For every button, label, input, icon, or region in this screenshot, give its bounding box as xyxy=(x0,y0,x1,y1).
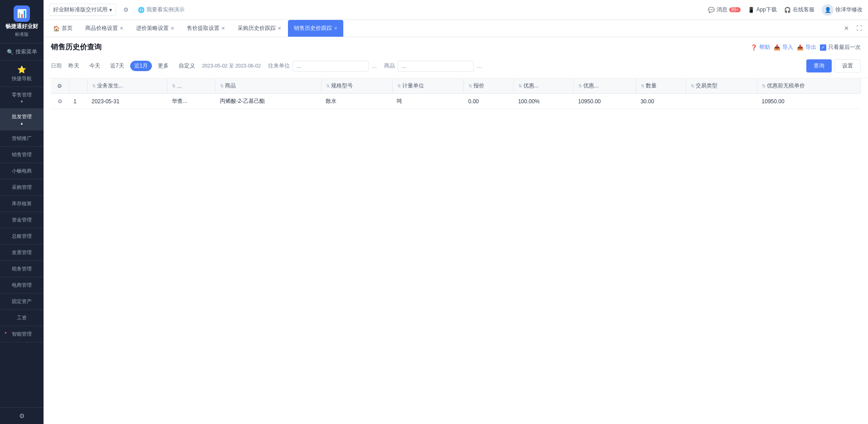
col-qty[interactable]: ⇅ 数量 xyxy=(636,78,686,94)
topbar-settings-btn[interactable]: ⚙ xyxy=(120,4,132,16)
col-discount2[interactable]: ⇅ 优惠... xyxy=(574,78,636,94)
product-filter-group: 商品 … xyxy=(384,61,482,72)
sidebar-search[interactable]: 🔍 搜索菜单 xyxy=(0,43,44,61)
last-only-label: 只看最后一次 xyxy=(828,43,861,51)
tab-extract[interactable]: 售价提取设置 ✕ xyxy=(181,20,231,37)
col-tax-price-label: 优惠前无税单价 xyxy=(767,82,805,90)
sales-label: 销售管理 xyxy=(12,151,32,158)
logo-text: 畅捷通好业财 xyxy=(5,23,38,30)
col-unit[interactable]: ⇅ 计量单位 xyxy=(392,78,463,94)
sort-unit-icon: ⇅ xyxy=(397,83,401,88)
tab-strategy-label: 进价策略设置 xyxy=(136,24,169,32)
settings-btn[interactable]: 设置 xyxy=(834,59,861,72)
sidebar-item-fixed-assets[interactable]: 固定资产 xyxy=(0,294,44,310)
help-label: 帮助 xyxy=(759,43,770,51)
col-gear[interactable]: ⚙ xyxy=(51,78,69,94)
tab-price-close[interactable]: ✕ xyxy=(120,26,123,31)
sidebar-item-marketing[interactable]: 营销推广 xyxy=(0,130,44,147)
tab-expand-btn[interactable]: ⛶ xyxy=(853,23,864,34)
tab-purchase-history[interactable]: 采购历史价跟踪 ✕ xyxy=(232,20,287,37)
online-service-btn[interactable]: 🎧 在线客服 xyxy=(784,6,814,14)
date-7days[interactable]: 近7天 xyxy=(106,61,128,71)
sidebar-item-inventory[interactable]: 库存核算 xyxy=(0,196,44,212)
import-icon: 📥 xyxy=(774,44,780,51)
tab-sales-history[interactable]: 销售历史价跟踪 ✕ xyxy=(288,20,343,37)
wholesale-label: 批发管理 xyxy=(12,113,32,120)
tab-strategy[interactable]: 进价策略设置 ✕ xyxy=(130,20,180,37)
sidebar-item-sales[interactable]: 销售管理 xyxy=(0,147,44,163)
col-extra[interactable]: ⇅ ... xyxy=(167,78,215,94)
row-qty: 30.00 xyxy=(636,94,686,109)
sidebar-item-accounting[interactable]: 总账管理 xyxy=(0,228,44,245)
product-more-btn[interactable]: … xyxy=(477,63,482,69)
fixed-assets-label: 固定资产 xyxy=(12,298,32,305)
import-btn[interactable]: 📥 导入 xyxy=(774,43,793,51)
sidebar: 📊 畅捷通好业财 标准版 🔍 搜索菜单 ⭐ 快捷导航 零售管理 ▼ 批发管理 ▲… xyxy=(0,0,44,424)
last-only-checkbox[interactable]: ✓ 只看最后一次 xyxy=(820,43,861,51)
tab-price[interactable]: 商品价格设置 ✕ xyxy=(79,20,129,37)
row-gear-icon: ⚙ xyxy=(58,98,63,105)
date-yesterday[interactable]: 昨天 xyxy=(64,61,83,71)
export-btn[interactable]: 📤 导出 xyxy=(797,43,816,51)
sidebar-item-tax[interactable]: 税务管理 xyxy=(0,261,44,277)
row-gear[interactable]: ⚙ xyxy=(51,94,69,109)
sidebar-item-ecommerce-small[interactable]: 小畅电商 xyxy=(0,163,44,179)
tab-strategy-close[interactable]: ✕ xyxy=(171,26,174,31)
sidebar-item-wholesale[interactable]: 批发管理 ▲ xyxy=(0,109,44,130)
export-label: 导出 xyxy=(805,43,816,51)
col-tax-price[interactable]: ⇅ 优惠前无税单价 xyxy=(757,78,861,94)
row-product: 丙烯酸-2-乙基己酯 xyxy=(215,94,321,109)
date-more[interactable]: 更多 xyxy=(154,61,173,71)
tab-price-label: 商品价格设置 xyxy=(85,24,118,32)
sidebar-item-salary[interactable]: 工资 xyxy=(0,310,44,326)
query-btn[interactable]: 查询 xyxy=(806,59,832,72)
tab-purchase-history-close[interactable]: ✕ xyxy=(278,26,281,31)
tab-sales-history-close[interactable]: ✕ xyxy=(334,26,337,31)
tab-home[interactable]: 🏠 首页 xyxy=(47,20,78,37)
col-product[interactable]: ⇅ 商品 xyxy=(215,78,321,94)
checkbox-icon: ✓ xyxy=(820,44,826,51)
page-content: 销售历史价查询 ❓ 帮助 📥 导入 📤 导出 ✓ 只看最后一次 xyxy=(44,37,868,424)
sidebar-item-invoice[interactable]: 发票管理 xyxy=(0,245,44,261)
message-icon: 💬 xyxy=(708,7,715,13)
col-type[interactable]: ⇅ 交易类型 xyxy=(686,78,757,94)
retail-arrow: ▼ xyxy=(20,100,24,104)
col-discount1[interactable]: ⇅ 优惠... xyxy=(513,78,573,94)
sidebar-settings-btn[interactable]: ⚙ xyxy=(0,407,44,424)
sidebar-item-ecommerce[interactable]: 电商管理 xyxy=(0,277,44,294)
sidebar-item-purchase[interactable]: 采购管理 xyxy=(0,179,44,196)
sidebar-item-smart[interactable]: 智能管理 xyxy=(0,326,44,342)
app-download-btn[interactable]: 📱 App下载 xyxy=(748,6,777,14)
date-today[interactable]: 今天 xyxy=(85,61,104,71)
version-select[interactable]: 好业财标准版交付试用 ▾ xyxy=(49,4,116,16)
tab-close-all-btn[interactable]: ✕ xyxy=(841,23,852,34)
page-actions: ❓ 帮助 📥 导入 📤 导出 ✓ 只看最后一次 xyxy=(751,43,861,51)
main-content: 好业财标准版交付试用 ▾ ⚙ 🌐 我要看实例演示 💬 消息 99+ 📱 App下… xyxy=(44,0,868,424)
sort-price-icon: ⇅ xyxy=(468,83,472,88)
date-1month[interactable]: 近1月 xyxy=(130,61,152,71)
source-more-btn[interactable]: … xyxy=(371,63,377,69)
page-title: 销售历史价查询 xyxy=(51,43,102,52)
help-btn[interactable]: ❓ 帮助 xyxy=(751,43,770,51)
import-label: 导入 xyxy=(782,43,793,51)
col-price[interactable]: ⇅ 报价 xyxy=(463,78,513,94)
app-download-label: App下载 xyxy=(756,6,777,14)
logo-icon: 📊 xyxy=(14,5,30,22)
user-menu[interactable]: 👤 徐泽华修改 xyxy=(822,4,863,16)
sidebar-item-retail[interactable]: 零售管理 ▼ xyxy=(0,87,44,109)
source-filter-label: 往来单位 xyxy=(268,62,290,70)
sidebar-item-quick-nav[interactable]: ⭐ 快捷导航 xyxy=(0,61,44,87)
col-date-label: 业务发生... xyxy=(97,82,123,90)
col-spec-label: 规格型号 xyxy=(331,82,353,90)
sidebar-item-finance[interactable]: 资金管理 xyxy=(0,212,44,228)
message-btn[interactable]: 💬 消息 99+ xyxy=(708,6,741,14)
tab-extract-close[interactable]: ✕ xyxy=(221,26,225,31)
demo-btn[interactable]: 🌐 我要看实例演示 xyxy=(138,6,185,14)
col-spec[interactable]: ⇅ 规格型号 xyxy=(321,78,392,94)
source-input[interactable] xyxy=(293,61,369,72)
product-input[interactable] xyxy=(398,61,474,72)
date-custom[interactable]: 自定义 xyxy=(175,61,199,71)
ecommerce-small-label: 小畅电商 xyxy=(12,168,32,174)
col-date[interactable]: ⇅ 业务发生... xyxy=(87,78,167,94)
sort-discount1-icon: ⇅ xyxy=(518,83,522,88)
